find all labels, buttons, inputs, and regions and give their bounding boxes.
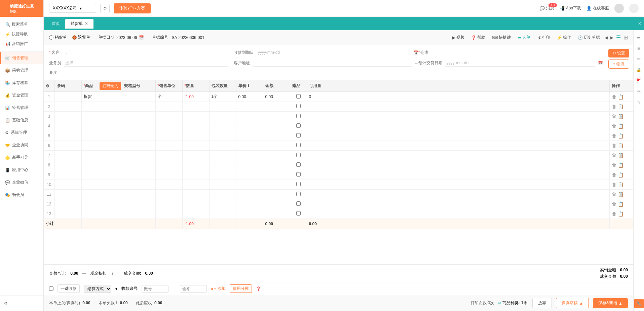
logistics-btn[interactable]: + 物流: [608, 60, 629, 69]
right-sidebar-list-btn[interactable]: ☰: [634, 33, 644, 42]
sidebar-item-marketing[interactable]: 📢 营销推广: [3, 39, 41, 49]
select-btn[interactable]: ☰ 选单: [516, 34, 532, 41]
amount-1[interactable]: 0.00: [263, 92, 290, 102]
user-avatar[interactable]: [614, 4, 624, 13]
gift-1[interactable]: [290, 92, 307, 102]
copy-row-4-btn[interactable]: 📋: [618, 123, 623, 129]
warehouse-input[interactable]: 建材仓: [431, 49, 597, 56]
discard-button[interactable]: 放弃: [532, 298, 552, 308]
table-scroll[interactable]: ⚙ 条码 *商品 扫码录入 规格型号 *销售单位 *数量 包装数: [44, 80, 633, 264]
sidebar-item-search[interactable]: 🔍 搜索菜单: [3, 20, 41, 29]
sidebar-item-quicknav[interactable]: ⚡ 快捷导航: [3, 29, 41, 39]
right-sidebar-edit-btn[interactable]: ✏: [634, 87, 644, 96]
sidebar-item-weixin[interactable]: 💬 企业微信: [0, 176, 43, 189]
sidebar-item-purchase[interactable]: 📦 采购管理: [0, 64, 43, 77]
customer-input[interactable]: [62, 49, 228, 56]
tab-close-icon[interactable]: ✕: [85, 21, 88, 26]
radio-sale-input[interactable]: [49, 35, 53, 40]
right-sidebar-lock-btn[interactable]: 🔒: [634, 65, 644, 75]
qty-1[interactable]: -1.00: [182, 92, 209, 102]
product-1[interactable]: 拆货: [81, 92, 122, 102]
delete-row-1-btn[interactable]: 🗑: [612, 94, 616, 100]
delete-row-7-btn[interactable]: 🗑: [612, 153, 616, 158]
copy-row-9-btn[interactable]: 📋: [618, 172, 623, 178]
copy-row-3-btn[interactable]: 📋: [618, 114, 623, 119]
nav-next-icon[interactable]: ▶: [610, 35, 613, 40]
trial-button[interactable]: 体验行业方案: [114, 3, 151, 13]
video-btn[interactable]: ▶ 视频: [450, 34, 466, 41]
barcode-1[interactable]: [54, 92, 81, 102]
radio-return-input[interactable]: [72, 35, 77, 40]
calendar-icon[interactable]: 📅: [139, 35, 144, 40]
unit-1[interactable]: 个: [155, 92, 182, 102]
customer-addr-more-icon[interactable]: ···: [415, 61, 418, 66]
copy-row-11-btn[interactable]: 📋: [618, 192, 623, 197]
radio-return[interactable]: 退货单: [72, 35, 90, 40]
one-click-payment-btn[interactable]: 一键收款: [58, 284, 80, 293]
delete-row-13-btn[interactable]: 🗑: [612, 211, 616, 217]
sidebar-item-basicinfo[interactable]: 📋 基础信息: [0, 114, 43, 126]
delete-row-6-btn[interactable]: 🗑: [612, 143, 616, 148]
delete-row-11-btn[interactable]: 🗑: [612, 192, 616, 197]
product-kind-icon[interactable]: ⊙: [498, 301, 501, 305]
add-payment-btn[interactable]: ● + 添加: [211, 286, 226, 291]
sidebar-item-sales[interactable]: 🛒 销售管理: [0, 52, 43, 64]
message-button[interactable]: 💬 消息 99+: [540, 5, 554, 11]
expected-date-calendar-icon[interactable]: 📅: [598, 61, 603, 66]
sidebar-item-inventory[interactable]: 🏪 库存核算: [0, 77, 43, 89]
salesman-input[interactable]: [64, 60, 228, 67]
sidebar-item-operations[interactable]: 📊 经营管理: [0, 102, 43, 114]
right-sidebar-tool-btn[interactable]: 🔧: [634, 299, 644, 308]
sidebar-item-guide[interactable]: 🌟 新手引导: [0, 151, 43, 164]
right-sidebar-grid-btn[interactable]: ⊞: [634, 44, 644, 53]
save-new-button[interactable]: 保存&新增 ▲: [593, 298, 628, 308]
due-date-calendar-icon[interactable]: 📅: [413, 50, 418, 55]
price-1[interactable]: 0.00: [236, 92, 263, 102]
th-settings[interactable]: ⚙: [44, 80, 54, 92]
shortcut-btn[interactable]: ⌨ 快捷键: [490, 34, 513, 41]
expected-date-input[interactable]: [445, 60, 595, 67]
account-input[interactable]: [142, 285, 168, 293]
settings-action-btn[interactable]: ⚙ 设置: [608, 49, 629, 57]
copy-row-10-btn[interactable]: 📋: [618, 182, 623, 187]
delete-row-9-btn[interactable]: 🗑: [612, 172, 616, 178]
barcode-2[interactable]: [54, 102, 81, 112]
sidebar-item-collab[interactable]: 🤝 企业协同: [0, 139, 43, 151]
tab-sales-order[interactable]: 销货单 ✕: [65, 19, 93, 29]
online-service-button[interactable]: 👤 在线客服: [586, 5, 609, 11]
copy-row-13-btn[interactable]: 📋: [618, 211, 623, 217]
expense-split-btn[interactable]: 费用分摊: [230, 284, 252, 293]
copy-row-6-btn[interactable]: 📋: [618, 143, 623, 148]
operations-btn[interactable]: ⚡ 操作: [555, 34, 573, 41]
copy-row-7-btn[interactable]: 📋: [618, 153, 623, 158]
app-download-button[interactable]: 📲 App下载: [560, 5, 581, 11]
nav-prev-icon[interactable]: ◀: [605, 35, 608, 40]
right-sidebar-flag-btn[interactable]: 🚩: [634, 76, 644, 85]
sidebar-item-member[interactable]: 🎭 畅会员: [0, 189, 43, 201]
view-grid-icon[interactable]: ⊞: [623, 34, 628, 41]
sidebar-bottom-settings[interactable]: ⚙: [0, 298, 43, 308]
scan-button[interactable]: 扫码录入: [100, 82, 121, 90]
note-input[interactable]: [60, 69, 603, 76]
right-sidebar-eye-btn[interactable]: 👁: [634, 54, 644, 64]
pkg-qty-1[interactable]: 1个: [209, 92, 236, 102]
settlement-select[interactable]: 结算方式: [84, 285, 111, 293]
amount-input[interactable]: [180, 285, 207, 293]
copy-row-2-btn[interactable]: 📋: [618, 104, 623, 109]
copy-row-5-btn[interactable]: 📋: [618, 133, 623, 139]
delete-row-4-btn[interactable]: 🗑: [612, 123, 616, 129]
delete-row-10-btn[interactable]: 🗑: [612, 182, 616, 187]
customer-addr-input[interactable]: [253, 60, 412, 67]
copy-row-8-btn[interactable]: 📋: [618, 162, 623, 168]
user-avatar2[interactable]: [629, 4, 639, 13]
product-2[interactable]: [81, 102, 122, 112]
copy-row-12-btn[interactable]: 📋: [618, 201, 623, 207]
help-btn[interactable]: ❓ 帮助: [469, 34, 487, 41]
sidebar-item-apps[interactable]: 📱 应用中心: [0, 164, 43, 176]
delete-row-2-btn[interactable]: 🗑: [612, 104, 616, 109]
delete-row-3-btn[interactable]: 🗑: [612, 114, 616, 119]
tab-home[interactable]: 首页: [46, 19, 65, 29]
more-icon[interactable]: ···: [173, 286, 176, 291]
due-date-input[interactable]: [257, 49, 411, 56]
close-all-icon[interactable]: ✕: [638, 21, 641, 26]
